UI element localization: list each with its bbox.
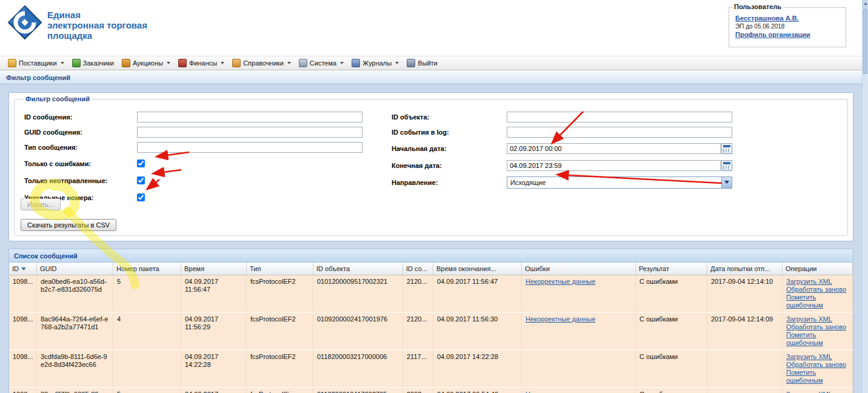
cell-time: 04.09.2017 (181, 388, 247, 393)
direction-select[interactable]: Исходящие (507, 176, 732, 189)
cell-attempt-date: 2017-09-04 12:14:10 (707, 275, 783, 312)
download-csv-button[interactable]: Скачать результаты в CSV (21, 219, 116, 231)
chevron-down-icon (395, 62, 399, 64)
filter-panel: Фильтр сообщений ID сообщения: GUID сооб… (8, 92, 853, 241)
reprocess-link[interactable]: Обработать заново (786, 323, 846, 331)
id-obj-input[interactable] (507, 112, 732, 123)
cell-errors: Некорректные данные (522, 388, 636, 393)
menu-item-label: Система (310, 59, 336, 67)
only-errors-checkbox[interactable] (137, 160, 145, 167)
load-xml-link[interactable]: Загрузить XML (786, 278, 832, 285)
cell-operations: Загрузить XML Обработать заново Пометить… (783, 313, 853, 349)
mark-error-link[interactable]: Пометить ошибочным (786, 294, 823, 309)
cell-type: fcsProtocolEF2 (247, 313, 313, 349)
cell-type: fcsProtocolSi... (247, 388, 313, 393)
menu-item-suppliers[interactable]: Поставщики (5, 58, 69, 69)
unique-numbers-checkbox[interactable] (137, 193, 145, 201)
sort-desc-icon (21, 267, 26, 270)
cell-result: С ошибками (636, 313, 707, 349)
id-msg-input[interactable] (137, 112, 362, 123)
column-header-id[interactable]: ID (9, 263, 37, 275)
calendar-icon[interactable] (721, 160, 732, 171)
column-header-time[interactable]: Время (181, 263, 247, 275)
filter-row-id-msg: ID сообщения: (24, 110, 382, 124)
user-name-link[interactable]: Бесстрашнова А.В. (735, 14, 840, 22)
customers-icon (72, 59, 81, 67)
column-header-packet[interactable]: Номер пакета (113, 263, 181, 275)
dropdown-arrow-icon[interactable] (721, 177, 732, 188)
cell-end-time: 04.09.2017 11:56:30 (433, 313, 522, 349)
eets-logo-icon (7, 5, 42, 41)
column-header-errors[interactable]: Ошибки (522, 263, 636, 275)
cell-type: fcsProtocolEF2 (247, 351, 313, 387)
scrollbar-thumb[interactable] (863, 8, 867, 74)
cell-id-so: 2120... (403, 275, 433, 312)
menu-item-exit[interactable]: Выйти (404, 58, 442, 69)
grid-header-row: ID GUID Номер пакета Время Тип ID объект… (9, 263, 853, 275)
mark-error-link[interactable]: Пометить ошибочным (786, 369, 823, 384)
column-header-result[interactable]: Результат (636, 263, 707, 275)
cell-result: С ошибками (636, 275, 707, 312)
menu-item-journals[interactable]: Журналы (349, 58, 404, 69)
column-header-operations[interactable]: Операции (783, 263, 853, 275)
column-header-attempt-date[interactable]: Дата попытки отп... (707, 263, 783, 275)
reprocess-link[interactable]: Обработать заново (786, 361, 846, 368)
id-event-label: ID события в log: (392, 129, 507, 136)
calendar-icon[interactable] (721, 143, 732, 154)
column-header-guid[interactable]: GUID (37, 263, 113, 275)
error-details-link[interactable]: Некорректные данные (526, 391, 595, 393)
user-cert-text: ЭП до 05.06.2018 (735, 22, 840, 30)
date-end-input[interactable] (507, 160, 721, 171)
menu-item-customers[interactable]: Заказчики (69, 58, 119, 69)
scroll-up-icon[interactable] (863, 0, 868, 7)
cell-end-time: 04.09.2017 09:54:40 (433, 388, 522, 393)
cell-packet: 5 (113, 388, 181, 393)
id-obj-label: ID объекта: (392, 113, 507, 121)
cell-object-id: 0109200002417001976 (313, 313, 403, 349)
menu-item-finance[interactable]: Финансы (175, 58, 229, 69)
date-start-input[interactable] (507, 143, 721, 154)
menu-item-system[interactable]: Система (296, 58, 349, 69)
column-header-object-id[interactable]: ID объекта (313, 263, 403, 275)
org-profile-link[interactable]: Профиль организации (735, 30, 840, 39)
load-xml-link[interactable]: Загрузить XML (786, 353, 832, 360)
guid-msg-input[interactable] (137, 127, 362, 138)
column-header-end-time[interactable]: Время окончания... (433, 263, 522, 275)
filter-left-column: ID сообщения: GUID сообщения: Тип сообще… (24, 110, 382, 206)
cell-errors (522, 351, 636, 387)
id-event-input[interactable] (507, 127, 732, 138)
reprocess-link[interactable]: Обработать заново (786, 286, 846, 293)
filter-row-guid-msg: GUID сообщения: (24, 125, 382, 139)
cell-operations: Загрузить XML Обработать заново Пометить… (783, 351, 853, 387)
cell-attempt-date (707, 388, 783, 393)
filter-row-only-unsent: Только неотправленные: (24, 172, 382, 189)
chevron-down-icon (61, 62, 64, 64)
column-header-id-so[interactable]: ID со... (403, 263, 433, 275)
column-header-type[interactable]: Тип (247, 263, 313, 275)
cell-end-time: 04.09.2017 14:22:28 (433, 351, 522, 387)
error-details-link[interactable]: Некорректные данные (526, 278, 595, 286)
type-msg-input[interactable] (137, 142, 362, 153)
menu-item-auctions[interactable]: Аукционы (119, 58, 175, 69)
filter-row-direction: Направление: Исходящие (392, 174, 747, 190)
date-end-label: Конечная дата: (392, 162, 507, 169)
error-details-link[interactable]: Некорректные данные (526, 315, 595, 323)
filter-right-column: ID объекта: ID события в log: Начальная … (392, 110, 747, 191)
cell-packet: 5 (113, 275, 181, 312)
table-row: 1098... dea0bed6-ea10-a56d-b2c7-e831d326… (9, 275, 853, 313)
mark-error-link[interactable]: Пометить ошибочным (786, 331, 823, 346)
cell-id: 1098... (9, 275, 37, 312)
chevron-down-icon (167, 62, 170, 64)
cell-time: 04.09.2017 11:56:29 (181, 313, 247, 349)
search-button[interactable]: Искать... (21, 198, 61, 210)
menu-item-label: Финансы (189, 59, 217, 67)
cell-time: 04.09.2017 11:56:47 (181, 275, 247, 312)
load-xml-link[interactable]: Загрузить XML (786, 391, 832, 393)
auctions-icon (122, 59, 130, 67)
menu-item-catalogs[interactable]: Справочники (229, 58, 296, 69)
system-icon (299, 59, 307, 67)
vertical-scrollbar[interactable] (862, 0, 868, 393)
only-unsent-checkbox[interactable] (137, 176, 145, 184)
load-xml-link[interactable]: Загрузить XML (786, 315, 832, 323)
date-start-label: Начальная дата: (392, 145, 507, 152)
